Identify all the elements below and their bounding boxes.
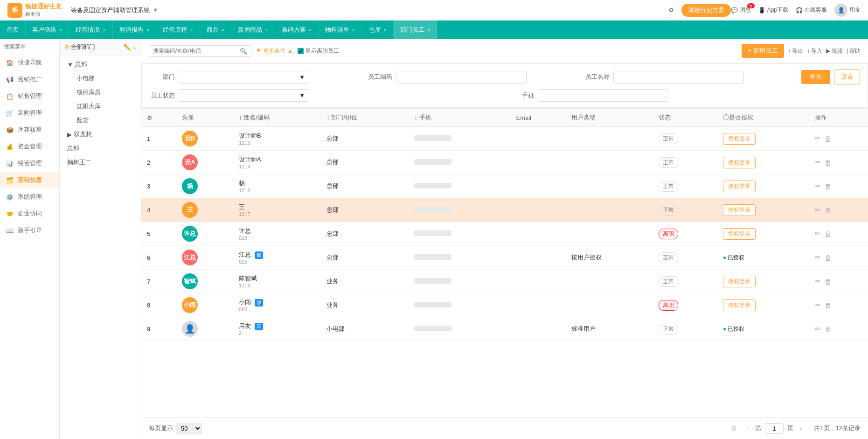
col-name[interactable]: ↕ 姓名/编码 — [233, 109, 321, 127]
close-tab-barcode[interactable]: × — [309, 27, 312, 33]
user-area[interactable]: 👤 用友 — [834, 4, 861, 17]
close-tab-goods[interactable]: × — [222, 27, 224, 33]
delete-icon[interactable]: 🗑 — [825, 325, 832, 333]
query-button[interactable]: 查询 — [801, 70, 830, 84]
set-button[interactable]: 设置 — [834, 70, 860, 84]
close-tab-addgoods[interactable]: × — [265, 27, 268, 33]
add-employee-button[interactable]: + 新增员工 — [742, 44, 784, 58]
auth-login-btn[interactable]: 授权登录 — [723, 228, 756, 240]
dept-node-general[interactable]: ▼ 总部 — [60, 57, 141, 71]
auth-login-btn[interactable]: 授权登录 — [723, 204, 756, 216]
close-tab-warehouse[interactable]: × — [384, 27, 387, 33]
edit-icon[interactable]: ✏ — [815, 158, 821, 167]
delete-icon[interactable]: 🗑 — [825, 301, 832, 309]
import-button[interactable]: ↓ 导入 — [807, 47, 822, 55]
message-icon-item[interactable]: 💬 5 消息 — [731, 6, 751, 14]
col-settings[interactable]: ⚙ — [141, 109, 176, 127]
edit-icon[interactable]: ✏ — [815, 182, 821, 190]
emp-name-input[interactable] — [613, 71, 744, 84]
auth-login-btn[interactable]: 授权登录 — [723, 300, 756, 311]
tab-addgoods[interactable]: 新增商品 × — [231, 21, 275, 39]
sidebar-item-system[interactable]: ⚙️ 系统管理 — [0, 188, 59, 205]
delete-icon[interactable]: 🗑 — [825, 278, 832, 286]
sidebar-item-nav[interactable]: 🏠 快捷导航 — [0, 54, 59, 71]
dept-edit-icon[interactable]: ✏️ — [124, 44, 131, 51]
all-dept-label[interactable]: ⊞ 全部部门 — [64, 43, 95, 51]
delete-icon[interactable]: 🗑 — [825, 206, 832, 214]
delete-icon[interactable]: 🗑 — [825, 254, 832, 262]
tab-bom[interactable]: 物料清单 × — [319, 21, 362, 39]
dept-node-peihuo[interactable]: 配货 — [73, 113, 141, 127]
sidebar-item-sales[interactable]: 📋 销售管理 — [0, 88, 59, 105]
tab-home[interactable]: 首页 — [0, 21, 26, 39]
dept-node-zongbu[interactable]: 总部 — [60, 141, 141, 155]
page-input[interactable] — [765, 423, 784, 434]
online-service-item[interactable]: 🎧 在线客服 — [796, 6, 827, 14]
edit-icon[interactable]: ✏ — [815, 206, 821, 214]
edit-icon[interactable]: ✏ — [815, 230, 821, 238]
more-conditions[interactable]: ⚑ 更多条件 ▲ — [256, 47, 293, 55]
dept-node-project[interactable]: 项目库房 — [73, 85, 141, 99]
sidebar-item-marketing[interactable]: 📢 营销推广 — [0, 71, 59, 88]
app-download-item[interactable]: 📱 App下载 — [758, 6, 788, 14]
phone-input[interactable] — [538, 89, 668, 102]
auth-login-btn[interactable]: 授权登录 — [723, 157, 756, 168]
col-dept[interactable]: ↕ 部门/职位 — [321, 109, 409, 127]
auth-login-btn[interactable]: 授权登录 — [723, 181, 756, 192]
show-resigned-checkbox[interactable] — [298, 48, 304, 54]
tab-employee[interactable]: 部门员工 × — [394, 21, 437, 39]
tab-customer[interactable]: 客户联络 × — [26, 21, 69, 39]
edit-icon[interactable]: ✏ — [815, 277, 821, 286]
tab-profit[interactable]: 利润报告 × — [113, 21, 156, 39]
edit-icon[interactable]: ✏ — [815, 253, 821, 262]
tab-warehouse[interactable]: 仓库 × — [362, 21, 394, 39]
sidebar-item-management[interactable]: 📊 经营管理 — [0, 155, 59, 172]
auth-login-btn[interactable]: 授权登录 — [723, 133, 756, 145]
edit-icon[interactable]: ✏ — [815, 301, 821, 309]
prev-page-btn[interactable]: ‹ — [743, 423, 751, 434]
system-dropdown-arrow[interactable]: ▼ — [153, 7, 159, 14]
dept-node-shenyang[interactable]: 沈阳大库 — [73, 99, 141, 113]
sidebar-search-input[interactable] — [4, 43, 60, 50]
tab-goods[interactable]: 商品 × — [200, 21, 231, 39]
search-input[interactable] — [153, 48, 237, 54]
view-button[interactable]: ▶ 视频 — [826, 47, 843, 55]
close-tab-profit[interactable]: × — [146, 27, 149, 33]
auth-login-btn[interactable]: 授权登录 — [723, 276, 756, 287]
dept-collapse-icon[interactable]: « — [133, 44, 136, 51]
close-tab-employee[interactable]: × — [427, 27, 430, 33]
dept-node-xiaodian[interactable]: 小电部 — [73, 71, 141, 85]
help-button[interactable]: | 帮助 — [847, 47, 861, 55]
edit-icon[interactable]: ✏ — [815, 134, 821, 143]
dept-node-nanshu[interactable]: 楠树王二 — [60, 155, 141, 169]
delete-icon[interactable]: 🗑 — [825, 159, 832, 167]
close-tab-bom[interactable]: × — [352, 27, 355, 33]
sidebar-item-purchase[interactable]: 🛒 采购管理 — [0, 105, 59, 121]
close-tab-history[interactable]: × — [190, 27, 193, 33]
delete-icon[interactable]: 🗑 — [825, 230, 832, 238]
status-select[interactable]: ▼ — [179, 89, 309, 102]
per-page-select[interactable]: 50 20 100 — [176, 423, 202, 434]
tab-barcode[interactable]: 条码方案 × — [275, 21, 319, 39]
tab-operation[interactable]: 经营情况 × — [69, 21, 112, 39]
delete-icon[interactable]: 🗑 — [825, 182, 832, 190]
dept-select[interactable]: ▼ — [179, 71, 309, 84]
export-button[interactable]: ↑ 导出 — [788, 47, 803, 55]
sidebar-item-finance[interactable]: 💰 资金管理 — [0, 138, 59, 155]
edit-icon[interactable]: ✏ — [815, 325, 821, 333]
trial-button[interactable]: 体验行业方案 — [681, 4, 731, 17]
dept-node-shuanglu[interactable]: ▶ 双鹿想 — [60, 127, 141, 141]
first-page-btn[interactable]: 首 — [728, 422, 740, 434]
sidebar-item-collab[interactable]: 🤝 企业协同 — [0, 205, 59, 222]
sidebar-item-guide[interactable]: 📖 新手引导 — [0, 222, 59, 239]
close-tab-customer[interactable]: × — [59, 27, 62, 33]
settings-icon[interactable]: ⚙ — [665, 4, 678, 17]
tab-history[interactable]: 经营历程 × — [156, 21, 200, 39]
col-phone[interactable]: ↕ 手机 — [409, 109, 510, 127]
sidebar-item-inventory[interactable]: 📦 库存核算 — [0, 121, 59, 138]
next-page-btn[interactable]: › — [797, 423, 805, 434]
close-tab-operation[interactable]: × — [103, 27, 105, 33]
emp-code-input[interactable] — [396, 71, 527, 84]
sidebar-item-basic-info[interactable]: 🗂️ 基础信息 — [0, 172, 59, 188]
delete-icon[interactable]: 🗑 — [825, 135, 832, 143]
